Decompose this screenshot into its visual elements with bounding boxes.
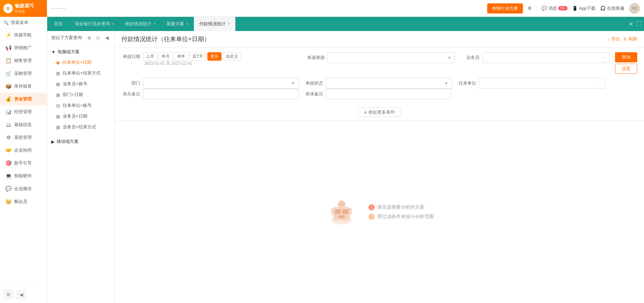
date-filter-group: 上月 本月 本年 近7天 更多 自定义 2022-01-01 至 2022-12… — [143, 52, 241, 66]
tab-payment-stats[interactable]: 付款情况统计 × — [194, 17, 235, 31]
svg-rect-3 — [342, 209, 348, 214]
tab-bank-label: 现金银行流水查询 — [75, 21, 110, 27]
nav-label-sales: 销售管理 — [14, 58, 32, 64]
scheme-counterpart-date-icon: ◉ — [56, 60, 60, 65]
sidebar-item-sales[interactable]: 📋销售管理 — [0, 54, 47, 67]
topbar: — — — 体验行业方案 ⚙ 💬 消息 99+ 📱 App下载 🎧 在线客服 — [47, 0, 644, 17]
online-service-btn[interactable]: 🎧 在线客服 — [600, 5, 624, 11]
sidebar-item-member[interactable]: 👑畅会员 — [0, 195, 47, 208]
tab-receipt-stats[interactable]: 收款情况统计 × — [120, 17, 161, 31]
sidebar-item-guide[interactable]: 🎯新手引导 — [0, 157, 47, 170]
scheme-dept-date-label: 部门+日期 — [63, 92, 83, 98]
settings-icon: ⚙ — [528, 6, 532, 11]
salesperson-label: 业务员 — [461, 55, 479, 61]
collapse-icon: ∧ — [364, 110, 367, 115]
refresh-icon: ↻ — [623, 37, 627, 42]
sidebar-item-hardware[interactable]: 💻智能硬件 — [0, 170, 47, 182]
refresh-btn[interactable]: ↻ 刷新 — [623, 36, 637, 42]
nav-label-quick-nav: 快捷导航 — [14, 32, 32, 38]
svg-rect-4 — [338, 215, 345, 218]
add-scheme-btn[interactable]: ⊕ — [86, 34, 93, 41]
sidebar-item-inventory[interactable]: 📦库存核算 — [0, 80, 47, 93]
export-label: 导出 — [611, 36, 620, 42]
user-avatar[interactable]: Rit — [629, 3, 640, 14]
source-doc-label: 来源单据 — [306, 55, 325, 61]
btn-this-year[interactable]: 本年 — [174, 52, 188, 61]
scheme-counterpart-settle[interactable]: ▦ 往来单位+结算方式 — [47, 68, 114, 79]
btn-last-month[interactable]: 上月 — [143, 52, 157, 61]
panel-collapse-btn[interactable]: ◀ — [104, 34, 110, 41]
svg-rect-5 — [331, 208, 334, 215]
settings-btn[interactable]: ⚙ — [528, 6, 532, 11]
nav-icon-inventory: 📦 — [5, 83, 11, 89]
tip-num-2: 2 — [369, 214, 375, 220]
tab-new-scheme-label: 新建方案 — [167, 21, 184, 27]
header-remark-input[interactable] — [143, 89, 299, 99]
tab-expand-btn[interactable]: ⛶ — [636, 21, 641, 27]
export-btn[interactable]: ↑ 导出 — [608, 36, 620, 42]
panel-header: 按以下方案查询 ⊕ ⊙ ◀ — [47, 31, 114, 45]
sidebar-item-operations[interactable]: 📊经营管理 — [0, 105, 47, 118]
tab-new-scheme-close[interactable]: × — [186, 22, 188, 26]
app-download-btn[interactable]: 📱 App下载 — [572, 5, 595, 11]
search-menu[interactable]: 🔍 搜索菜单 — [0, 17, 47, 29]
counterpart-select[interactable]: ··· — [479, 78, 605, 89]
tip-num-1: 1 — [369, 204, 375, 210]
nav-label-basic: 基础信息 — [14, 122, 32, 128]
scheme-salesperson-date-label: 业务员+日期 — [63, 113, 87, 119]
app-name: 畅捷通巧 — [15, 3, 34, 9]
sidebar-item-quick-nav[interactable]: ⚡快捷导航 — [0, 29, 47, 41]
tab-bank[interactable]: 现金银行流水查询 × — [69, 17, 120, 31]
scheme-counterpart-date-label: 往来单位+日期 — [62, 59, 91, 65]
sidebar-item-marketing[interactable]: 📢营销推广 — [0, 41, 47, 54]
page-title: 付款情况统计（往来单位+日期） — [121, 35, 210, 43]
empty-content: 1 请先选择要分析的方案 2 用过滤条件来缩小分析范围 — [325, 195, 434, 229]
nav-icon-operations: 📊 — [5, 109, 11, 115]
tab-payment-stats-close[interactable]: × — [228, 22, 230, 26]
dept-select[interactable]: ▼ — [143, 78, 299, 89]
desktop-scheme-group: ▼ 电脑端方案 ◉ 往来单位+日期 ▦ 往来单位+结算方式 ▦ 业务员+账号 ▦ — [47, 45, 114, 134]
body-remark-input[interactable] — [326, 89, 452, 99]
btn-last-7-days[interactable]: 近7天 — [189, 52, 206, 61]
query-btn[interactable]: 查询 — [615, 52, 637, 62]
tab-bank-close[interactable]: × — [112, 22, 114, 26]
left-panel: 按以下方案查询 ⊕ ⊙ ◀ ▼ 电脑端方案 ◉ 往来单位+日期 ▦ — [47, 31, 115, 303]
footer-collapse-btn[interactable]: ◀ — [16, 290, 26, 300]
doc-status-select[interactable]: ▼ — [326, 78, 452, 89]
nav-icon-finance: 💰 — [5, 96, 11, 102]
settings-btn[interactable]: 设置 — [615, 64, 637, 74]
sidebar-item-basic[interactable]: 🗂基础信息 — [0, 118, 47, 131]
desktop-scheme-title[interactable]: ▼ 电脑端方案 — [47, 47, 114, 57]
sidebar-item-wechat[interactable]: 💬企业微信 — [0, 182, 47, 195]
tab-receipt-stats-close[interactable]: × — [153, 22, 156, 26]
salesperson-select[interactable]: ··· — [482, 52, 610, 63]
scheme-dept-date-icon: ▦ — [56, 92, 60, 97]
scheme-salesperson-settle[interactable]: ▦ 业务员+结算方式 — [47, 122, 114, 132]
mobile-scheme-title[interactable]: ▶ 移动端方案 — [47, 137, 114, 147]
scheme-counterpart-date[interactable]: ◉ 往来单位+日期 — [47, 57, 114, 68]
scheme-salesperson-date[interactable]: ▦ 业务员+日期 — [47, 111, 114, 122]
message-btn[interactable]: 💬 消息 99+ — [541, 5, 567, 11]
footer-settings-btn[interactable]: ⚙ — [3, 290, 13, 300]
query-btn-group: 查询 设置 — [615, 52, 637, 74]
sidebar-item-purchase[interactable]: 🛒采购管理 — [0, 67, 47, 80]
dept-label: 部门 — [121, 80, 140, 86]
tab-close-all-btn[interactable]: ✕ — [629, 21, 633, 27]
scheme-salesperson-account[interactable]: ▦ 业务员+账号 — [47, 79, 114, 89]
scheme-counterpart-account[interactable]: ▤ 往来单位+账号 — [47, 100, 114, 111]
btn-more[interactable]: 更多 — [207, 52, 222, 61]
sidebar-item-system[interactable]: ⚙系统管理 — [0, 131, 47, 144]
btn-this-month[interactable]: 本月 — [158, 52, 173, 61]
trial-btn[interactable]: 体验行业方案 — [487, 3, 523, 13]
sidebar-item-collab[interactable]: 🤝企业协同 — [0, 144, 47, 157]
tab-home[interactable]: 首页 — [47, 17, 69, 31]
collapse-more-btn[interactable]: ∧ 收起更多条件 — [358, 108, 401, 117]
scheme-dept-date[interactable]: ▦ 部门+日期 — [47, 89, 114, 100]
scheme-settings-btn[interactable]: ⊙ — [95, 34, 101, 41]
filter-row-1: 单据日期 上月 本月 本年 近7天 更多 自定义 20 — [121, 52, 637, 74]
nav-label-member: 畅会员 — [14, 199, 27, 205]
source-doc-select[interactable]: ▼ — [327, 52, 455, 63]
btn-custom[interactable]: 自定义 — [223, 52, 241, 61]
sidebar-item-finance[interactable]: 💰资金管理 — [0, 93, 47, 105]
tab-new-scheme[interactable]: 新建方案 × — [161, 17, 194, 31]
